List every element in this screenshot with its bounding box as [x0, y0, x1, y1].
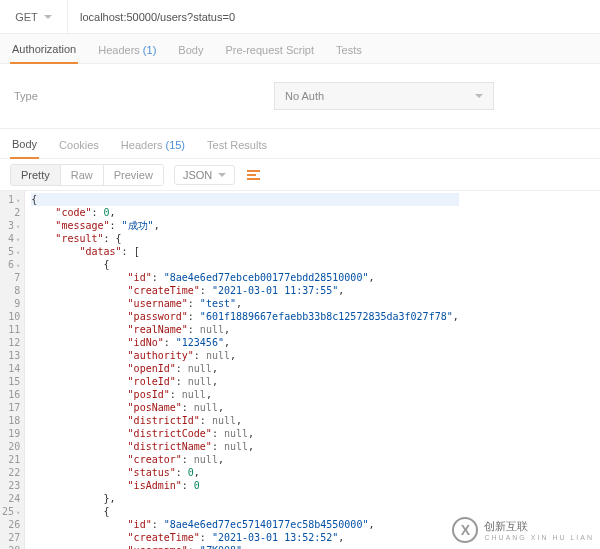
request-bar: GET [0, 0, 600, 34]
tab-tests[interactable]: Tests [334, 44, 364, 63]
tab-response-body[interactable]: Body [10, 138, 39, 159]
tab-headers-label: Headers [98, 44, 140, 56]
tab-body[interactable]: Body [176, 44, 205, 63]
chevron-down-icon [44, 15, 52, 19]
tab-response-headers[interactable]: Headers (15) [119, 139, 187, 158]
tab-authorization[interactable]: Authorization [10, 43, 78, 64]
tab-response-headers-label: Headers [121, 139, 163, 151]
wrap-lines-icon[interactable] [243, 166, 264, 184]
tab-response-cookies[interactable]: Cookies [57, 139, 101, 158]
language-value: JSON [183, 169, 212, 181]
language-select[interactable]: JSON [174, 165, 235, 185]
response-headers-count: (15) [165, 139, 185, 151]
line-gutter: 1234567891011121314151617181920212223242… [0, 191, 25, 549]
view-raw[interactable]: Raw [61, 165, 104, 185]
tab-headers[interactable]: Headers (1) [96, 44, 158, 63]
auth-type-value: No Auth [285, 90, 324, 102]
request-tabs: Authorization Headers (1) Body Pre-reque… [0, 34, 600, 64]
watermark-logo-icon: X [452, 517, 478, 543]
json-code[interactable]: { "code": 0, "message": "成功", "result": … [25, 191, 465, 549]
watermark-text: 创新互联 CHUANG XIN HU LIAN [484, 519, 594, 541]
tab-test-results[interactable]: Test Results [205, 139, 269, 158]
url-input[interactable] [68, 0, 600, 33]
tab-prerequest[interactable]: Pre-request Script [223, 44, 316, 63]
http-method-value: GET [15, 11, 38, 23]
response-tabs: Body Cookies Headers (15) Test Results [0, 129, 600, 159]
chevron-down-icon [218, 173, 226, 177]
headers-count: (1) [143, 44, 156, 56]
watermark: X 创新互联 CHUANG XIN HU LIAN [452, 517, 594, 543]
watermark-sub: CHUANG XIN HU LIAN [484, 534, 594, 541]
view-mode-group: Pretty Raw Preview [10, 164, 164, 186]
view-pretty[interactable]: Pretty [11, 165, 61, 185]
view-preview[interactable]: Preview [104, 165, 163, 185]
chevron-down-icon [475, 94, 483, 98]
auth-section: Type No Auth [0, 64, 600, 129]
watermark-brand: 创新互联 [484, 520, 528, 532]
response-toolbar: Pretty Raw Preview JSON [0, 159, 600, 191]
auth-type-select[interactable]: No Auth [274, 82, 494, 110]
auth-type-label: Type [14, 90, 274, 102]
http-method-select[interactable]: GET [0, 0, 68, 33]
response-body: 1234567891011121314151617181920212223242… [0, 191, 600, 549]
